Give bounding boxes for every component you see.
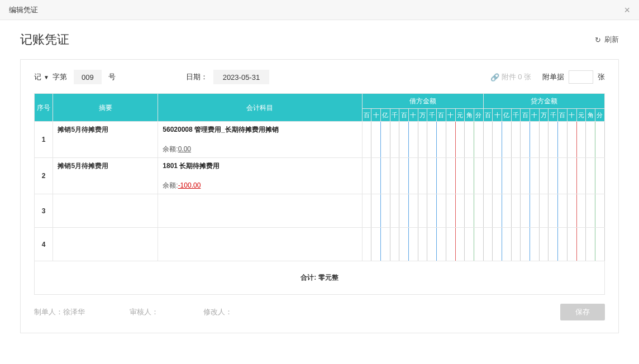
digit-cell[interactable] [409,122,418,158]
digit-cell[interactable] [427,122,437,158]
digit-cell[interactable] [399,228,409,261]
digit-cell[interactable] [549,194,558,228]
close-icon[interactable]: × [624,0,630,20]
digit-cell[interactable] [595,228,604,261]
digit-cell[interactable] [409,194,418,228]
voucher-kind-select[interactable]: 记 ▼ [34,72,49,82]
summary-cell[interactable] [53,228,158,261]
digit-cell[interactable] [437,194,446,228]
digit-cell[interactable] [474,228,483,261]
digit-cell[interactable] [493,228,502,261]
sheets-input[interactable] [569,70,593,84]
digit-cell[interactable] [483,158,493,194]
digit-cell[interactable] [493,122,502,158]
digit-cell[interactable] [595,122,604,158]
account-cell[interactable]: 56020008 管理费用_长期待摊费用摊销余额:0.00 [158,122,362,158]
digit-cell[interactable] [362,228,371,261]
digit-cell[interactable] [437,122,446,158]
digit-cell[interactable] [465,158,474,194]
digit-cell[interactable] [427,228,437,261]
digit-cell[interactable] [539,228,549,261]
digit-cell[interactable] [474,194,483,228]
digit-cell[interactable] [418,194,427,228]
digit-cell[interactable] [539,122,549,158]
digit-cell[interactable] [455,122,465,158]
digit-cell[interactable] [446,122,455,158]
digit-cell[interactable] [465,194,474,228]
digit-cell[interactable] [530,194,540,228]
digit-cell[interactable] [511,122,521,158]
digit-cell[interactable] [586,158,595,194]
digit-cell[interactable] [530,122,540,158]
digit-cell[interactable] [371,194,381,228]
digit-cell[interactable] [446,194,455,228]
digit-cell[interactable] [371,158,381,194]
digit-cell[interactable] [567,194,576,228]
digit-cell[interactable] [465,228,474,261]
digit-cell[interactable] [567,228,576,261]
digit-cell[interactable] [521,194,530,228]
digit-cell[interactable] [586,228,595,261]
account-cell[interactable]: 1801 长期待摊费用余额:-100.00 [158,158,362,194]
digit-cell[interactable] [502,228,512,261]
digit-cell[interactable] [381,194,390,228]
digit-cell[interactable] [455,194,465,228]
digit-cell[interactable] [511,194,521,228]
digit-cell[interactable] [427,158,437,194]
digit-cell[interactable] [446,158,455,194]
digit-cell[interactable] [539,158,549,194]
digit-cell[interactable] [390,194,399,228]
refresh-button[interactable]: ↻ 刷新 [595,35,619,45]
digit-cell[interactable] [576,122,586,158]
digit-cell[interactable] [493,158,502,194]
digit-cell[interactable] [530,228,540,261]
digit-cell[interactable] [493,194,502,228]
digit-cell[interactable] [521,122,530,158]
account-cell[interactable] [158,228,362,261]
digit-cell[interactable] [558,228,568,261]
digit-cell[interactable] [530,158,540,194]
digit-cell[interactable] [409,228,418,261]
summary-cell[interactable] [53,194,158,228]
digit-cell[interactable] [511,158,521,194]
digit-cell[interactable] [595,194,604,228]
digit-cell[interactable] [381,122,390,158]
summary-cell[interactable]: 摊销5月待摊费用 [53,122,158,158]
digit-cell[interactable] [511,228,521,261]
digit-cell[interactable] [558,158,568,194]
digit-cell[interactable] [399,194,409,228]
attachment-link[interactable]: 🔗 附件 0 张 [490,72,531,82]
digit-cell[interactable] [567,158,576,194]
digit-cell[interactable] [595,158,604,194]
digit-cell[interactable] [390,228,399,261]
digit-cell[interactable] [502,194,512,228]
digit-cell[interactable] [539,194,549,228]
digit-cell[interactable] [483,122,493,158]
digit-cell[interactable] [381,158,390,194]
digit-cell[interactable] [483,194,493,228]
digit-cell[interactable] [399,122,409,158]
summary-cell[interactable]: 摊销5月待摊费用 [53,158,158,194]
digit-cell[interactable] [371,122,381,158]
digit-cell[interactable] [586,122,595,158]
digit-cell[interactable] [418,122,427,158]
digit-cell[interactable] [455,228,465,261]
save-button[interactable]: 保存 [560,304,605,320]
digit-cell[interactable] [362,194,371,228]
digit-cell[interactable] [409,158,418,194]
digit-cell[interactable] [549,158,558,194]
digit-cell[interactable] [549,228,558,261]
digit-cell[interactable] [549,122,558,158]
voucher-date-input[interactable] [213,70,269,84]
digit-cell[interactable] [576,228,586,261]
digit-cell[interactable] [418,228,427,261]
digit-cell[interactable] [586,194,595,228]
digit-cell[interactable] [437,228,446,261]
digit-cell[interactable] [558,122,568,158]
digit-cell[interactable] [502,158,512,194]
digit-cell[interactable] [455,158,465,194]
digit-cell[interactable] [474,158,483,194]
digit-cell[interactable] [474,122,483,158]
digit-cell[interactable] [437,158,446,194]
voucher-number-input[interactable] [74,70,102,84]
